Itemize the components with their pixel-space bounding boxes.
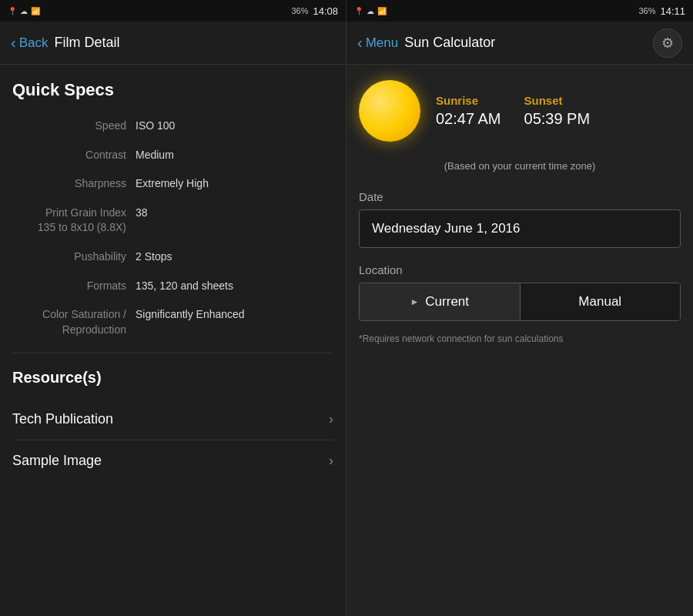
sunset-time: 05:39 PM (524, 110, 591, 128)
spec-value: 2 Stops (136, 249, 333, 265)
sample-image-item[interactable]: Sample Image › (12, 440, 333, 481)
left-status-bar: 📍 ☁ 📶 36% 14:08 (0, 0, 346, 22)
spec-value: Medium (136, 148, 333, 163)
location-label: Location (359, 263, 681, 276)
film-detail-panel: Quick Specs SpeedISO 100ContrastMediumSh… (0, 65, 346, 616)
right-battery: 36% (638, 6, 655, 15)
sun-icon (359, 80, 420, 142)
play-icon: ► (410, 296, 419, 307)
back-button[interactable]: ‹ Back (11, 34, 48, 52)
tech-publication-label: Tech Publication (12, 411, 113, 427)
spec-label: Contrast (12, 148, 136, 163)
left-battery: 36% (291, 6, 308, 15)
tech-publication-chevron-icon: › (329, 411, 333, 427)
table-row: Color Saturation /ReproductionSignifican… (12, 307, 333, 337)
spec-value: Significantly Enhanced (136, 307, 333, 323)
right-nav-title: Sun Calculator (404, 35, 495, 51)
right-wifi-icon: ☁ (367, 7, 374, 15)
spec-label: Color Saturation /Reproduction (12, 307, 136, 337)
quick-specs-heading: Quick Specs (12, 80, 333, 100)
menu-label: Menu (366, 35, 399, 51)
divider (12, 353, 333, 353)
table-row: Pushability2 Stops (12, 249, 333, 265)
date-label: Date (359, 190, 681, 203)
left-time: 14:08 (313, 5, 338, 17)
tech-publication-item[interactable]: Tech Publication › (12, 399, 333, 440)
table-row: SpeedISO 100 (12, 119, 333, 134)
right-status-bar: 📍 ☁ 📶 36% 14:11 (346, 0, 693, 22)
current-location-button[interactable]: ► Current (360, 283, 520, 320)
current-btn-label: Current (425, 294, 469, 310)
network-note: *Requires network connection for sun cal… (359, 333, 681, 344)
sunrise-time: 02:47 AM (436, 110, 501, 128)
spec-value: 135, 120 and sheets (136, 279, 333, 294)
sun-calculator-panel: Sunrise 02:47 AM Sunset 05:39 PM (Based … (346, 65, 693, 616)
menu-chevron-icon: ‹ (357, 34, 363, 52)
sunset-label: Sunset (524, 94, 591, 107)
sample-image-chevron-icon: › (329, 453, 333, 469)
right-signal-icon: 📶 (377, 7, 387, 15)
manual-btn-label: Manual (578, 294, 621, 310)
manual-location-button[interactable]: Manual (521, 283, 681, 320)
spec-label: Formats (12, 279, 136, 294)
spec-label: Speed (12, 119, 136, 134)
spec-label: Print Grain Index135 to 8x10 (8.8X) (12, 206, 136, 236)
spec-value: Extremely High (136, 176, 333, 192)
date-field[interactable]: Wednesday June 1, 2016 (359, 209, 681, 248)
left-nav-title: Film Detail (54, 35, 119, 51)
sun-times: Sunrise 02:47 AM Sunset 05:39 PM (436, 94, 590, 128)
right-location-icon: 📍 (354, 7, 363, 15)
sunset-block: Sunset 05:39 PM (524, 94, 591, 128)
nav-bars: ‹ Back Film Detail ‹ Menu Sun Calculator… (0, 22, 693, 65)
menu-button[interactable]: ‹ Menu (357, 34, 398, 52)
main-content: Quick Specs SpeedISO 100ContrastMediumSh… (0, 65, 693, 616)
left-location-icon: 📍 (8, 7, 17, 15)
spec-value: ISO 100 (136, 119, 333, 134)
settings-icon: ⚙ (661, 35, 674, 52)
right-nav-bar: ‹ Menu Sun Calculator ⚙ (346, 22, 693, 65)
spec-label: Sharpness (12, 176, 136, 192)
sun-header: Sunrise 02:47 AM Sunset 05:39 PM (359, 80, 681, 142)
left-signal-icon: 📶 (31, 7, 40, 15)
left-status-icons: 📍 ☁ 📶 (8, 7, 40, 15)
back-label: Back (19, 35, 49, 51)
spec-label: Pushability (12, 249, 136, 265)
back-chevron-icon: ‹ (11, 34, 16, 52)
sunrise-block: Sunrise 02:47 AM (436, 94, 501, 128)
right-time: 14:11 (660, 5, 685, 17)
resources-section: Resource(s) Tech Publication › Sample Im… (12, 369, 333, 481)
status-bars: 📍 ☁ 📶 36% 14:08 📍 ☁ 📶 36% 14:11 (0, 0, 693, 22)
spec-value: 38 (136, 206, 333, 221)
left-wifi-icon: ☁ (20, 7, 28, 15)
sunrise-label: Sunrise (436, 94, 501, 107)
right-status-icons: 📍 ☁ 📶 (354, 7, 387, 15)
table-row: SharpnessExtremely High (12, 176, 333, 192)
table-row: Formats135, 120 and sheets (12, 279, 333, 294)
table-row: ContrastMedium (12, 148, 333, 163)
timezone-note: (Based on your current time zone) (359, 160, 681, 172)
specs-table: SpeedISO 100ContrastMediumSharpnessExtre… (12, 119, 333, 337)
location-toggle: ► Current Manual (359, 283, 681, 321)
sample-image-label: Sample Image (12, 453, 102, 469)
table-row: Print Grain Index135 to 8x10 (8.8X)38 (12, 206, 333, 236)
left-nav-bar: ‹ Back Film Detail (0, 22, 346, 65)
settings-button[interactable]: ⚙ (653, 28, 682, 58)
resources-heading: Resource(s) (12, 369, 333, 387)
